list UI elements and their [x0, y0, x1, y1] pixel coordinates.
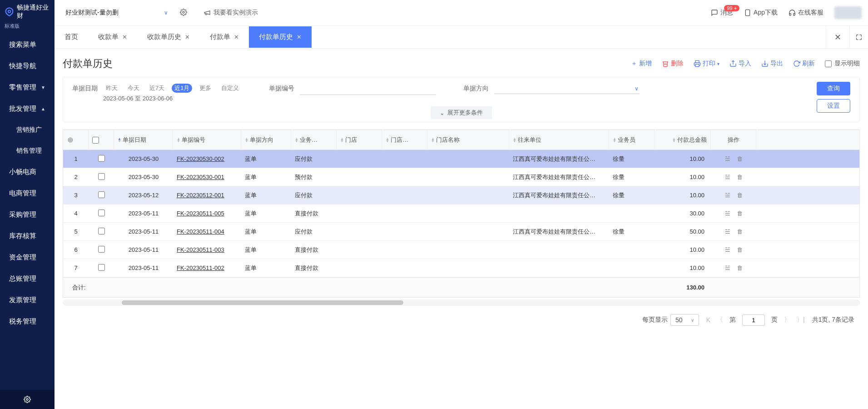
- avatar[interactable]: [834, 6, 862, 19]
- code-link[interactable]: FK-20230511-004: [177, 228, 224, 235]
- close-icon[interactable]: ✕: [297, 34, 302, 40]
- import-button[interactable]: 导入: [729, 60, 751, 68]
- sidebar-item[interactable]: 总账管理: [0, 268, 55, 289]
- tab-close-all[interactable]: ✕: [826, 26, 849, 49]
- col-sales[interactable]: ▲▼业务员: [609, 130, 655, 150]
- sidebar-item[interactable]: 发票管理: [0, 289, 55, 311]
- prev-page[interactable]: 〈: [717, 316, 723, 324]
- row-checkbox[interactable]: [98, 155, 105, 162]
- table-row[interactable]: 42023-05-11FK-20230511-005蓝单直接付款30.00☱🗑: [63, 204, 859, 223]
- sidebar-item[interactable]: 资金管理: [0, 247, 55, 268]
- horizontal-scrollbar[interactable]: [63, 299, 860, 306]
- row-checkbox[interactable]: [98, 209, 105, 216]
- view-icon[interactable]: ☱: [725, 264, 730, 271]
- table-row[interactable]: 22023-05-30FK-20230530-001蓝单预付款江西真可爱布娃娃有…: [63, 168, 859, 186]
- export-button[interactable]: 导出: [761, 60, 783, 68]
- first-page[interactable]: K: [706, 316, 710, 324]
- date-option[interactable]: 今天: [125, 84, 142, 93]
- date-option[interactable]: 自定义: [218, 84, 242, 93]
- header-settings[interactable]: [63, 130, 89, 150]
- sidebar-item[interactable]: 采购管理: [0, 204, 55, 225]
- delete-button[interactable]: 删除: [662, 60, 684, 68]
- col-party[interactable]: ▲▼往来单位: [509, 130, 609, 150]
- sidebar-item[interactable]: 小畅电商: [0, 161, 55, 183]
- next-page[interactable]: 〉: [784, 316, 790, 324]
- close-icon[interactable]: ✕: [234, 34, 239, 40]
- view-icon[interactable]: ☱: [725, 155, 730, 162]
- col-date[interactable]: ▲▼单据日期: [114, 130, 173, 150]
- delete-row-icon[interactable]: 🗑: [737, 192, 743, 199]
- print-button[interactable]: 打印▾: [694, 60, 719, 68]
- col-storename[interactable]: ▲▼门店名称: [427, 130, 509, 150]
- col-amount[interactable]: ▲▼付款总金额: [655, 130, 711, 150]
- sidebar-settings[interactable]: [0, 390, 55, 409]
- tab[interactable]: 收款单✕: [88, 26, 137, 48]
- show-detail-input[interactable]: [825, 60, 832, 67]
- close-icon[interactable]: ✕: [122, 34, 127, 40]
- app-download-button[interactable]: App下载: [744, 9, 778, 17]
- table-row[interactable]: 62023-05-11FK-20230511-003蓝单直接付款10.00☱🗑: [63, 241, 859, 259]
- sidebar-item[interactable]: 税务管理: [0, 311, 55, 332]
- code-link[interactable]: FK-20230530-002: [177, 155, 224, 162]
- row-checkbox[interactable]: [98, 191, 105, 198]
- code-link[interactable]: FK-20230511-005: [177, 210, 224, 217]
- tab[interactable]: 付款单✕: [200, 26, 249, 48]
- code-input[interactable]: [300, 84, 436, 95]
- table-row[interactable]: 52023-05-11FK-20230511-004蓝单应付款江西真可爱布娃娃有…: [63, 223, 859, 241]
- company-selector[interactable]: 好业财测试-量勿删 ∨: [61, 6, 173, 20]
- sidebar-item[interactable]: 快捷导航: [0, 55, 55, 77]
- date-option[interactable]: 昨天: [103, 84, 120, 93]
- scrollbar-thumb[interactable]: [122, 300, 403, 305]
- col-store[interactable]: ▲▼门店: [337, 130, 382, 150]
- last-page[interactable]: 〉|: [797, 316, 805, 324]
- sidebar-item[interactable]: 电商管理: [0, 183, 55, 204]
- col-biz[interactable]: ▲▼业务…: [291, 130, 337, 150]
- date-option[interactable]: 近1月: [172, 84, 192, 93]
- messages-button[interactable]: 消息 99 +: [711, 9, 733, 17]
- code-link[interactable]: FK-20230511-002: [177, 264, 224, 271]
- delete-row-icon[interactable]: 🗑: [737, 174, 743, 180]
- row-checkbox[interactable]: [98, 264, 105, 271]
- row-checkbox[interactable]: [98, 173, 105, 180]
- view-icon[interactable]: ☱: [725, 246, 730, 253]
- col-dir[interactable]: ▲▼单据方向: [241, 130, 291, 150]
- view-icon[interactable]: ☱: [725, 192, 730, 199]
- sidebar-subitem[interactable]: 销售管理: [0, 140, 55, 161]
- direction-select[interactable]: ∨: [494, 84, 640, 94]
- delete-row-icon[interactable]: 🗑: [737, 228, 743, 235]
- view-icon[interactable]: ☱: [725, 228, 730, 235]
- table-row[interactable]: 32023-05-12FK-20230512-001蓝单应付款江西真可爱布娃娃有…: [63, 186, 859, 204]
- table-row[interactable]: 72023-05-11FK-20230511-002蓝单直接付款10.00☱🗑: [63, 259, 859, 277]
- customer-service-button[interactable]: 在线客服: [789, 9, 823, 17]
- expand-conditions[interactable]: ⌄ 展开更多条件: [431, 106, 492, 119]
- settings-button[interactable]: [177, 6, 190, 20]
- fullscreen-button[interactable]: [849, 26, 868, 49]
- view-icon[interactable]: ☱: [725, 174, 730, 180]
- sidebar-item[interactable]: 零售管理▼: [0, 77, 55, 98]
- sidebar-item[interactable]: 搜索菜单: [0, 34, 55, 55]
- delete-row-icon[interactable]: 🗑: [737, 264, 743, 271]
- show-detail-checkbox[interactable]: 显示明细: [825, 60, 860, 68]
- row-checkbox[interactable]: [98, 246, 105, 253]
- date-option[interactable]: 近7天: [147, 84, 167, 93]
- sidebar-item[interactable]: 批发管理▲: [0, 98, 55, 120]
- new-button[interactable]: ＋新增: [631, 60, 652, 68]
- code-link[interactable]: FK-20230511-003: [177, 246, 224, 253]
- header-checkbox[interactable]: [89, 130, 114, 150]
- row-checkbox[interactable]: [98, 228, 105, 234]
- table-row[interactable]: 12023-05-30FK-20230530-002蓝单应付款江西真可爱布娃娃有…: [63, 150, 859, 168]
- demo-link[interactable]: 我要看实例演示: [203, 9, 258, 17]
- tab[interactable]: 付款单历史✕: [249, 26, 312, 48]
- col-store2[interactable]: ▲▼门店…: [382, 130, 427, 150]
- filter-setting-button[interactable]: 设置: [817, 99, 850, 113]
- code-link[interactable]: FK-20230530-001: [177, 174, 224, 180]
- date-option[interactable]: 更多: [197, 84, 214, 93]
- query-button[interactable]: 查询: [817, 82, 850, 95]
- delete-row-icon[interactable]: 🗑: [737, 246, 743, 253]
- page-input[interactable]: [742, 314, 765, 326]
- delete-row-icon[interactable]: 🗑: [737, 155, 743, 162]
- close-icon[interactable]: ✕: [185, 34, 190, 40]
- tab[interactable]: 收款单历史✕: [137, 26, 200, 48]
- view-icon[interactable]: ☱: [725, 210, 730, 217]
- code-link[interactable]: FK-20230512-001: [177, 192, 224, 199]
